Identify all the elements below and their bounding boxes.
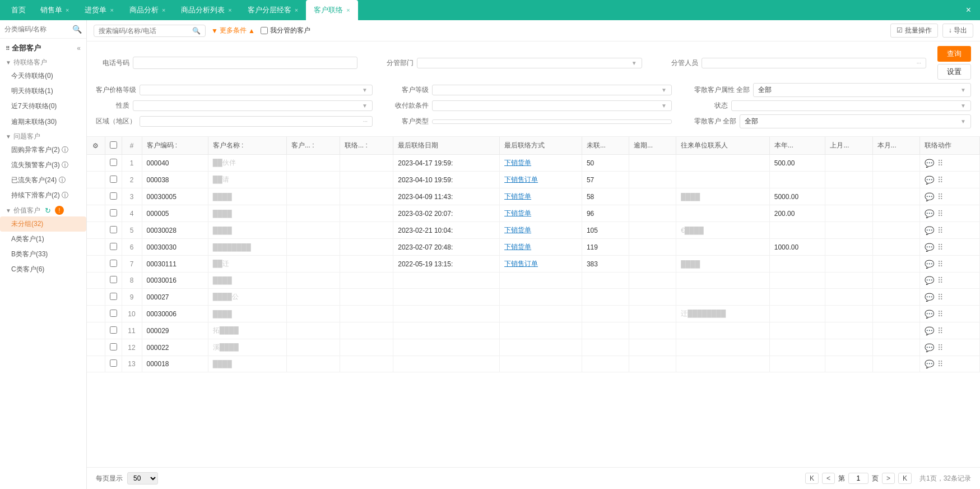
th-this-year[interactable]: 本年...: [769, 137, 825, 155]
last-method-link[interactable]: 下销售订单: [504, 176, 538, 183]
td-last-method[interactable]: 下销货单: [500, 205, 582, 222]
th-category[interactable]: 客户... :: [286, 137, 340, 155]
prev-page-button[interactable]: <: [822, 473, 835, 484]
th-last-month[interactable]: 上月...: [825, 137, 872, 155]
customer-level-select[interactable]: ▼: [432, 85, 672, 95]
row-checkbox[interactable]: [110, 310, 117, 317]
grid-action-icon[interactable]: ⠿: [937, 226, 943, 235]
staff-select[interactable]: ···: [702, 58, 926, 68]
td-check[interactable]: [105, 205, 122, 222]
row-checkbox[interactable]: [110, 226, 117, 233]
chat-icon[interactable]: 💬: [925, 326, 934, 335]
dept-select[interactable]: ▼: [417, 58, 642, 68]
export-button[interactable]: ↓ 导出: [942, 24, 973, 38]
search-input[interactable]: [99, 27, 192, 35]
last-method-link[interactable]: 下销售订单: [504, 260, 538, 267]
region-select[interactable]: ···: [140, 116, 373, 127]
chat-icon[interactable]: 💬: [925, 159, 934, 168]
query-button[interactable]: 查询: [937, 46, 971, 62]
row-checkbox[interactable]: [110, 243, 117, 250]
sidebar-group-value-customers[interactable]: ▼ 价值客户 ↻ !: [0, 204, 86, 216]
row-checkbox[interactable]: [110, 359, 117, 367]
chat-icon[interactable]: 💬: [925, 192, 934, 201]
sidebar-item-7days[interactable]: 近7天待联络(0): [0, 99, 86, 114]
chat-icon[interactable]: 💬: [925, 359, 934, 368]
th-name[interactable]: 客户名称 :: [208, 137, 286, 155]
close-purchase-icon[interactable]: ×: [110, 0, 113, 20]
sidebar-item-lost[interactable]: 已流失客户(24) ⓘ: [0, 173, 86, 188]
td-last-method[interactable]: 下销售订单: [500, 256, 582, 273]
td-check[interactable]: [105, 155, 122, 172]
th-overdue[interactable]: 逾期...: [629, 137, 676, 155]
tab-product-analysis[interactable]: 商品分析 ×: [122, 0, 173, 20]
sidebar-item-unclassified[interactable]: 未分组(32): [0, 216, 86, 232]
grid-action-icon[interactable]: ⠿: [937, 209, 943, 218]
row-checkbox[interactable]: [110, 276, 117, 283]
sidebar-item-churn-risk[interactable]: 流失预警客户(3) ⓘ: [0, 158, 86, 173]
row-checkbox[interactable]: [110, 159, 117, 166]
td-check[interactable]: [105, 356, 122, 372]
grid-action-icon[interactable]: ⠿: [937, 293, 943, 302]
all-customers-header[interactable]: ⠿ 全部客户 «: [0, 39, 86, 56]
chat-icon[interactable]: 💬: [925, 209, 934, 218]
td-last-method[interactable]: 下销货单: [500, 222, 582, 239]
chat-icon[interactable]: 💬: [925, 310, 934, 319]
current-page-input[interactable]: [848, 473, 868, 484]
grid-action-icon[interactable]: ⠿: [937, 359, 943, 368]
retail-customer-select[interactable]: 全部 ▼: [740, 114, 971, 128]
th-settings[interactable]: ⚙: [87, 137, 105, 155]
td-check[interactable]: [105, 322, 122, 339]
grid-action-icon[interactable]: ⠿: [937, 310, 943, 319]
row-checkbox[interactable]: [110, 343, 117, 350]
page-size-select[interactable]: 50 100 200: [127, 472, 158, 485]
td-check[interactable]: [105, 273, 122, 289]
td-check[interactable]: [105, 172, 122, 188]
chat-icon[interactable]: 💬: [925, 243, 934, 252]
tab-product-analysis-list[interactable]: 商品分析列表 ×: [173, 0, 239, 20]
more-filters-button[interactable]: ▼ 更多条件 ▲: [211, 26, 255, 35]
td-check[interactable]: [105, 188, 122, 205]
row-checkbox[interactable]: [110, 326, 117, 334]
grid-action-icon[interactable]: ⠿: [937, 343, 943, 352]
row-checkbox[interactable]: [110, 176, 117, 183]
close-sales-icon[interactable]: ×: [66, 0, 69, 20]
reset-button[interactable]: 设置: [937, 64, 971, 80]
chat-icon[interactable]: 💬: [925, 343, 934, 352]
grid-action-icon[interactable]: ⠿: [937, 176, 943, 184]
td-check[interactable]: [105, 306, 122, 322]
td-check[interactable]: [105, 339, 122, 356]
sidebar-item-tomorrow[interactable]: 明天待联络(1): [0, 84, 86, 99]
grid-action-icon[interactable]: ⠿: [937, 326, 943, 335]
last-method-link[interactable]: 下销货单: [504, 243, 531, 251]
th-not-contacted[interactable]: 未联...: [582, 137, 629, 155]
td-check[interactable]: [105, 289, 122, 306]
customer-type-select[interactable]: [432, 119, 672, 124]
chat-icon[interactable]: 💬: [925, 226, 934, 235]
chat-icon[interactable]: 💬: [925, 260, 934, 269]
close-customer-segment-icon[interactable]: ×: [295, 0, 298, 20]
row-checkbox[interactable]: [110, 209, 117, 216]
close-product-analysis-list-icon[interactable]: ×: [228, 0, 231, 20]
th-last-contact-method[interactable]: 最后联络方式: [500, 137, 582, 155]
row-checkbox[interactable]: [110, 192, 117, 200]
sidebar-collapse-button[interactable]: «: [77, 44, 81, 52]
tab-purchase[interactable]: 进货单 ×: [77, 0, 121, 20]
row-checkbox[interactable]: [110, 260, 117, 267]
sidebar-item-declining[interactable]: 持续下滑客户(2) ⓘ: [0, 188, 86, 203]
sidebar-item-today[interactable]: 今天待联络(0): [0, 68, 86, 84]
th-unit-contact[interactable]: 往来单位联系人: [676, 137, 770, 155]
sidebar-group-problem-customers[interactable]: ▼ 问题客户: [0, 130, 86, 142]
chat-icon[interactable]: 💬: [925, 293, 934, 302]
th-check[interactable]: [105, 137, 122, 155]
tab-sales[interactable]: 销售单 ×: [32, 0, 77, 20]
status-select[interactable]: ▼: [731, 100, 971, 111]
sidebar-item-class-a[interactable]: A类客户(1): [0, 232, 86, 247]
my-customers-checkbox[interactable]: [261, 27, 268, 34]
th-contact[interactable]: 联络... :: [340, 137, 393, 155]
nature-select[interactable]: ▼: [133, 100, 373, 111]
my-customers-checkbox-label[interactable]: 我分管的客户: [261, 26, 310, 35]
th-this-month[interactable]: 本月...: [872, 137, 919, 155]
last-page-button[interactable]: K: [898, 473, 912, 484]
td-check[interactable]: [105, 239, 122, 256]
sidebar-search-icon[interactable]: 🔍: [72, 25, 82, 34]
